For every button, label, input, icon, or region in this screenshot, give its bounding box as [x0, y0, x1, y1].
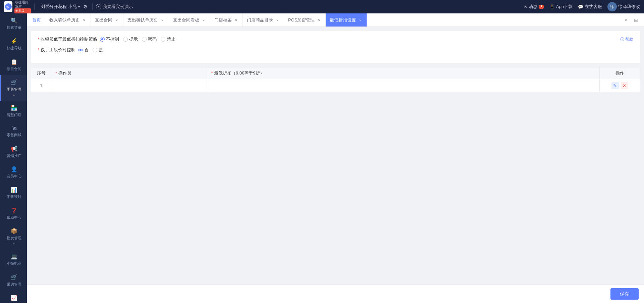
logo-area: 畅 畅捷通好业财 专业版 [4, 0, 31, 13]
delete-btn[interactable]: ✕ [621, 82, 628, 89]
tab-bar-actions: × ⊞ [620, 17, 643, 23]
col-discount-header: * 最低折扣（9.00等于9折） [207, 67, 600, 79]
sidebar-item-search[interactable]: 🔍 搜索菜单 [0, 13, 27, 34]
demo-circle-icon: ● [96, 4, 101, 9]
wholesale-icon: 📦 [11, 228, 17, 234]
app-download-btn[interactable]: 📱 App下载 [549, 4, 573, 10]
manual-price-row: * 仅手工改价时控制 否 是 [38, 47, 633, 53]
sidebar-item-project[interactable]: 📋 项目合同 [0, 55, 27, 75]
radio-forbid[interactable]: 禁止 [161, 36, 175, 42]
radio-dot-yes [93, 48, 97, 52]
sidebar-item-online-store[interactable]: 🛍 零售商城 [0, 121, 27, 141]
sidebar-item-retail-stats[interactable]: 📊 零售统计 [0, 183, 27, 203]
sidebar: 🔍 搜索菜单 ⚡ 快捷导航 📋 项目合同 🛒 零售管理 ▲ 🏪 智慧门店 🛍 零… [0, 13, 27, 303]
main-layout: 🔍 搜索菜单 ⚡ 快捷导航 📋 项目合同 🛒 零售管理 ▲ 🏪 智慧门店 🛍 零… [0, 13, 644, 303]
sidebar-item-label: 帮助中心 [7, 215, 21, 220]
radio-password[interactable]: 密码 [142, 36, 157, 42]
close-icon[interactable]: × [234, 18, 238, 22]
demo-label: 我要看实例演示 [103, 4, 133, 10]
edit-btn[interactable]: ✎ [611, 82, 619, 89]
shortcut-icon: ⚡ [11, 38, 17, 44]
sidebar-item-ecommerce[interactable]: 💻 小畅电商 [0, 249, 27, 270]
sidebar-item-label: 智慧门店 [7, 112, 21, 117]
header-divider-2 [92, 3, 93, 10]
sidebar-item-member[interactable]: 👤 会员中心 [0, 162, 27, 183]
tab-payment-contract-label: 支出合同 [95, 17, 112, 23]
tab-close-btn[interactable]: × [623, 17, 629, 23]
sidebar-item-inventory[interactable]: 📈 库存核算 [0, 291, 27, 303]
tab-pos-password[interactable]: POS加密管理 × [284, 13, 326, 27]
help-btn[interactable]: ⓘ 帮助 [620, 37, 633, 42]
sidebar-item-purchase[interactable]: 🛒 采购管理 [0, 270, 27, 291]
header-right: ✉ 消息 8 📱 App下载 💬 在线客服 徐 徐泽华修改 [524, 2, 640, 11]
page-content: * 收银员低于最低折扣控制策略 不控制 提示 [27, 27, 644, 285]
app-download-label: App下载 [556, 4, 573, 10]
sidebar-item-label: 项目合同 [7, 66, 21, 71]
row-action-btns: ✎ ✕ [604, 82, 636, 89]
sidebar-item-label: 采购管理 [7, 282, 21, 287]
save-button[interactable]: 保存 [610, 288, 639, 300]
chevron-down-icon: ▾ [13, 242, 15, 245]
radio-dot-no [78, 48, 83, 52]
logo-text: 畅捷通好业财 [15, 0, 31, 8]
manual-price-radio-group: 否 是 [78, 47, 103, 53]
cell-seq: 1 [31, 79, 51, 92]
required-star-2: * [38, 47, 39, 52]
help-circle-icon: ⓘ [620, 37, 624, 42]
tab-home[interactable]: 首页 [28, 13, 45, 27]
user-name: 徐泽华修改 [618, 4, 640, 10]
member-icon: 👤 [11, 166, 17, 172]
settings-icon[interactable]: ⚙ [83, 4, 88, 9]
sidebar-item-label: 零售商城 [7, 133, 21, 137]
sidebar-item-smart-store[interactable]: 🏪 智慧门店 [0, 101, 27, 121]
retail-stats-icon: 📊 [11, 187, 17, 193]
logo-icon: 畅 [4, 1, 12, 12]
sidebar-item-wholesale[interactable]: 📦 批发管理 ▾ [0, 224, 27, 249]
close-icon[interactable]: × [114, 18, 119, 22]
sidebar-item-help[interactable]: ❓ 帮助中心 [0, 203, 27, 224]
messages-btn[interactable]: ✉ 消息 8 [524, 4, 544, 10]
user-menu[interactable]: 徐 徐泽华修改 [607, 2, 640, 11]
tab-payment-contract[interactable]: 支出合同 × [91, 13, 123, 27]
radio-yes[interactable]: 是 [93, 47, 103, 53]
table-row: 1 ✎ ✕ [31, 79, 640, 92]
radio-remind[interactable]: 提示 [123, 36, 138, 42]
radio-no-control[interactable]: 不控制 [100, 36, 119, 42]
tab-store-archive[interactable]: 门店档案 × [210, 13, 243, 27]
tab-payment-confirm-label: 支出确认单历史 [127, 17, 158, 23]
sidebar-item-shortcut[interactable]: ⚡ 快捷导航 [0, 34, 27, 54]
top-header: 畅 畅捷通好业财 专业版 测试分开花程-小兄 ▾ ⚙ ● 我要看实例演示 ✉ 消… [0, 0, 644, 13]
search-icon: 🔍 [11, 17, 17, 24]
tab-income-confirm[interactable]: 收入确认单历史 × [45, 13, 91, 27]
required-col-star: * [55, 70, 57, 75]
tab-payment-kanban-label: 支出合同看板 [173, 17, 199, 23]
online-service-btn[interactable]: 💬 在线客服 [578, 4, 602, 10]
tab-min-discount[interactable]: 最低折扣设置 × [326, 13, 367, 27]
close-icon[interactable]: × [275, 18, 280, 22]
radio-no[interactable]: 否 [78, 47, 89, 53]
tab-store-goods[interactable]: 门店商品目录 × [243, 13, 284, 27]
tab-payment-kanban[interactable]: 支出合同看板 × [169, 13, 210, 27]
close-icon[interactable]: × [358, 18, 363, 22]
project-selector[interactable]: 测试分开花程-小兄 ▾ ⚙ [41, 4, 89, 10]
sidebar-item-retail[interactable]: 🛒 零售管理 ▲ [0, 75, 27, 101]
close-icon[interactable]: × [201, 18, 206, 22]
tab-payment-confirm[interactable]: 支出确认单历史 × [123, 13, 169, 27]
header-divider-1 [34, 3, 35, 10]
cell-operator [51, 79, 207, 92]
tab-pos-password-label: POS加密管理 [288, 17, 315, 23]
tab-expand-btn[interactable]: ⊞ [632, 17, 640, 23]
sidebar-item-label: 零售统计 [7, 194, 21, 199]
close-icon[interactable]: × [317, 18, 321, 22]
close-icon[interactable]: × [160, 18, 165, 22]
sidebar-item-label: 搜索菜单 [7, 25, 21, 30]
tab-income-confirm-label: 收入确认单历史 [49, 17, 80, 23]
svg-text:畅: 畅 [6, 5, 9, 9]
close-icon[interactable]: × [82, 18, 87, 22]
sidebar-item-marketing[interactable]: 📢 营销推广 [0, 142, 27, 162]
radio-dot-password [142, 37, 147, 42]
messages-label: 消息 [529, 4, 537, 10]
demo-link[interactable]: ● 我要看实例演示 [96, 4, 133, 10]
control-policy-row: * 收银员低于最低折扣控制策略 不控制 提示 [38, 36, 633, 42]
content-area: 首页 收入确认单历史 × 支出合同 × 支出确认单历史 × 支出合同看板 × 门… [27, 13, 644, 303]
